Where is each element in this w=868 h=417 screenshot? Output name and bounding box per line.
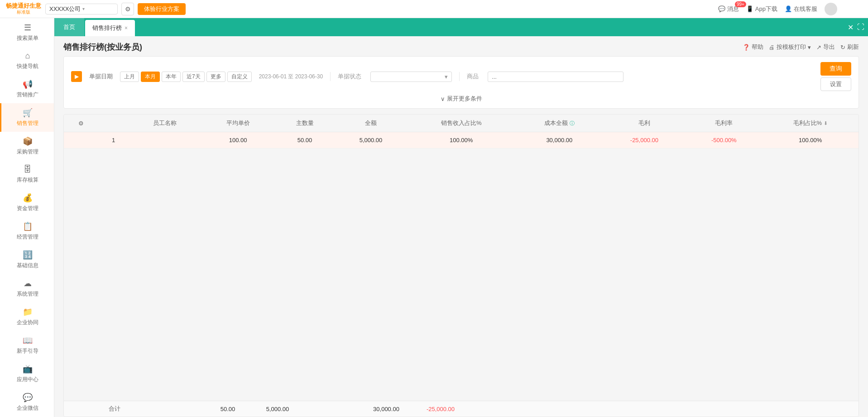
sidebar-item-search[interactable]: ☰ 搜索菜单 xyxy=(0,18,54,47)
sidebar-label-sales: 销售管理 xyxy=(17,120,38,127)
sidebar-item-finance[interactable]: 💰 资金管理 xyxy=(0,188,54,217)
cell-gross-pct: 100.00% xyxy=(762,132,858,149)
col-gross: 毛利 xyxy=(603,115,686,132)
sidebar-label-inventory: 库存核算 xyxy=(17,176,38,184)
system-icon: ☁ xyxy=(24,278,32,288)
logo-sub: 标准版 xyxy=(17,9,30,15)
col-sales-pct: 销售收入占比% xyxy=(407,115,516,132)
message-badge: 99+ xyxy=(735,1,746,7)
download-icon: 📱 xyxy=(746,5,753,12)
user-name xyxy=(844,3,863,15)
basic-icon: 🔢 xyxy=(23,250,33,260)
sidebar-label-search: 搜索菜单 xyxy=(17,34,38,42)
shortcut-icon: ⌂ xyxy=(25,51,30,61)
logo-text: 畅捷通好生意 xyxy=(6,2,41,10)
print-chevron-icon: ▾ xyxy=(808,44,811,51)
refresh-button[interactable]: ↻ 刷新 xyxy=(840,43,859,51)
window-expand-icon[interactable]: ⛶ xyxy=(857,23,864,31)
help-icon: ❓ xyxy=(743,44,750,51)
date-btn-近7天[interactable]: 近7天 xyxy=(182,72,205,82)
sidebar-item-guide[interactable]: 📖 新手引导 xyxy=(0,331,54,359)
page-content: 销售排行榜(按业务员) ❓ 帮助 🖨 按模板打印 ▾ ↗ 导出 xyxy=(54,36,868,417)
tab-close-icon[interactable]: × xyxy=(125,25,128,31)
tab-sales-ranking[interactable]: 销售排行榜 × xyxy=(85,20,135,36)
refresh-icon: ↻ xyxy=(840,44,845,51)
sidebar-item-inventory[interactable]: 🗄 库存核算 xyxy=(0,160,54,188)
sidebar-item-apps[interactable]: 📺 应用中心 xyxy=(0,359,54,388)
settings-button-2[interactable]: 设置 xyxy=(820,77,851,91)
page-header: 销售排行榜(按业务员) ❓ 帮助 🖨 按模板打印 ▾ ↗ 导出 xyxy=(54,36,868,56)
tab-bar-right: ✕ ⛶ xyxy=(848,18,868,36)
tab-home[interactable]: 首页 xyxy=(54,18,84,36)
date-btn-自定义[interactable]: 自定义 xyxy=(227,72,252,82)
sidebar-item-basic[interactable]: 🔢 基础信息 xyxy=(0,245,54,274)
filter-divider xyxy=(330,72,331,81)
date-btn-更多[interactable]: 更多 xyxy=(206,72,225,82)
sales-icon: 🛒 xyxy=(23,108,33,118)
inventory-icon: 🗄 xyxy=(24,165,32,174)
app-download-button[interactable]: 📱 App下载 xyxy=(746,5,777,13)
operations-icon: 📋 xyxy=(23,221,33,231)
sidebar-label-shortcut: 快捷导航 xyxy=(17,62,38,70)
sidebar-item-marketing[interactable]: 📢 营销推广 xyxy=(0,75,54,103)
filter-area: ▶ 单据日期 上月本月本年近7天更多自定义 2023-06-01 至 2023-… xyxy=(63,56,859,109)
data-table: ⚙ 员工名称 平均单价 主数量 全额 销售收入占比% 成本全额 ⓘ 毛利 毛利率 xyxy=(64,115,858,149)
col-cost: 成本全额 ⓘ xyxy=(516,115,603,132)
sidebar-item-system[interactable]: ☁ 系统管理 xyxy=(0,274,54,302)
settings-button[interactable]: ⚙ xyxy=(121,3,134,15)
date-btn-本月[interactable]: 本月 xyxy=(141,72,160,82)
footer-label: 合计 xyxy=(69,405,160,413)
guide-icon: 📖 xyxy=(23,336,33,345)
footer-qty: 50.00 xyxy=(205,406,250,412)
tab-bar: 首页 销售排行榜 × ✕ ⛶ xyxy=(54,18,868,36)
table-header-row: ⚙ 员工名称 平均单价 主数量 全额 销售收入占比% 成本全额 ⓘ 毛利 毛利率 xyxy=(64,115,858,132)
goods-select[interactable]: ... xyxy=(488,72,623,82)
message-button[interactable]: 💬 消息 99+ xyxy=(718,5,739,13)
cost-info-icon: ⓘ xyxy=(570,120,575,126)
online-service-button[interactable]: 👤 在线客服 xyxy=(785,5,817,13)
col-amount: 全额 xyxy=(335,115,407,132)
status-filter-label: 单据状态 xyxy=(338,72,361,81)
query-button[interactable]: 查询 xyxy=(820,62,851,76)
date-btn-上月[interactable]: 上月 xyxy=(120,72,139,82)
col-settings[interactable]: ⚙ xyxy=(64,115,98,132)
expand-conditions-button[interactable]: ∨ 展开更多条件 xyxy=(71,95,851,103)
company-selector[interactable]: XXXXX公司 ▾ xyxy=(45,4,118,14)
sidebar-item-operations[interactable]: 📋 经营管理 xyxy=(0,217,54,245)
trial-button[interactable]: 体验行业方案 xyxy=(138,3,186,15)
home-tab-label: 首页 xyxy=(63,23,75,31)
status-select[interactable]: ▾ xyxy=(370,72,452,82)
print-button[interactable]: 🖨 按模板打印 ▾ xyxy=(769,43,811,51)
message-icon: 💬 xyxy=(718,5,725,12)
sidebar-label-finance: 资金管理 xyxy=(17,205,38,212)
main-layout: ☰ 搜索菜单 ⌂ 快捷导航 📢 营销推广 🛒 销售管理 📦 采购管理 🗄 库存核… xyxy=(0,18,868,417)
sidebar-item-wechat[interactable]: 💬 企业微信 xyxy=(0,388,54,417)
search-icon: ☰ xyxy=(24,23,31,33)
cell-amount: 5,000.00 xyxy=(335,132,407,149)
export-button[interactable]: ↗ 导出 xyxy=(816,43,835,51)
sidebar-item-sales[interactable]: 🛒 销售管理 xyxy=(0,103,54,132)
window-close-icon[interactable]: ✕ xyxy=(848,23,854,32)
help-button[interactable]: ❓ 帮助 xyxy=(743,43,763,51)
sidebar-label-marketing: 营销推广 xyxy=(17,91,38,99)
enterprise-icon: 📁 xyxy=(23,307,33,317)
goods-filter-label: 商品 xyxy=(467,72,479,81)
sidebar-item-enterprise[interactable]: 📁 企业协同 xyxy=(0,302,54,331)
cell-qty: 50.00 xyxy=(274,132,335,149)
footer-cost: 30,000.00 xyxy=(359,406,413,412)
cell-gross: -25,000.00 xyxy=(603,132,686,149)
tab-label: 销售排行榜 xyxy=(92,24,122,32)
date-buttons: 上月本月本年近7天更多自定义 xyxy=(120,72,252,82)
top-bar-right: 💬 消息 99+ 📱 App下载 👤 在线客服 xyxy=(718,3,863,15)
date-filter-label: 单据日期 xyxy=(89,72,113,81)
sidebar-item-purchase[interactable]: 📦 采购管理 xyxy=(0,132,54,160)
date-btn-本年[interactable]: 本年 xyxy=(162,72,181,82)
sidebar-item-shortcut[interactable]: ⌂ 快捷导航 xyxy=(0,47,54,75)
top-bar: 畅捷通好生意 标准版 XXXXX公司 ▾ ⚙ 体验行业方案 💬 消息 99+ 📱… xyxy=(0,0,868,18)
filter-toggle-icon: ▶ xyxy=(75,73,79,80)
settings-col-icon: ⚙ xyxy=(78,120,84,127)
avatar[interactable] xyxy=(825,3,837,15)
finance-icon: 💰 xyxy=(23,193,33,203)
purchase-icon: 📦 xyxy=(23,136,33,146)
filter-toggle-button[interactable]: ▶ xyxy=(71,71,82,82)
